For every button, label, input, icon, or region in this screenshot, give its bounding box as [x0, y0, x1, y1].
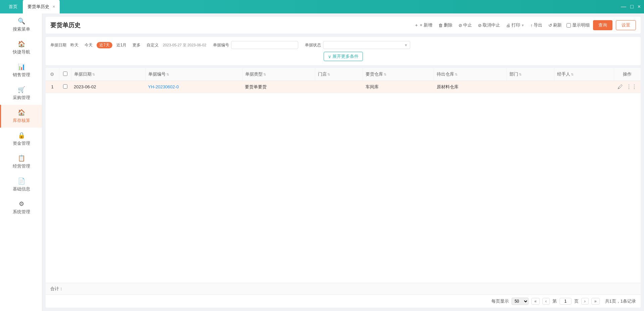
sort-handler-icon: ⇅ — [571, 73, 574, 76]
close-window-icon[interactable]: × — [638, 4, 641, 10]
pagination-summary: 共1页，1条记录 — [605, 298, 636, 304]
doc-status-select-wrapper — [323, 41, 410, 49]
sidebar-item-label: 采购管理 — [13, 95, 30, 101]
per-page-label: 每页显示 — [491, 298, 509, 304]
settings-button[interactable]: 设置 — [616, 20, 636, 30]
prev-page-btn[interactable]: ‹ — [542, 298, 550, 305]
filter-doc-status: 单据状态 — [305, 41, 410, 49]
filter-doc-date: 单据日期 昨天 今天 近7天 近1月 更多 自定义 2023-05-27 至 2… — [50, 42, 206, 48]
th-pending-warehouse: 待出仓库 ⇅ — [434, 68, 507, 81]
sort-pending-warehouse-icon: ⇅ — [455, 73, 458, 76]
select-all-checkbox[interactable] — [63, 72, 67, 76]
refresh-icon: ↺ — [548, 23, 552, 28]
sum-label: 合计： — [50, 286, 63, 292]
date-tab-yesterday[interactable]: 昨天 — [68, 42, 80, 48]
sidebar-item-sales-mgmt[interactable]: 📊 销售管理 — [0, 59, 42, 82]
th-sort-store[interactable]: 门店 ⇅ — [318, 71, 360, 77]
main-layout: 🔍 搜索菜单 🏠 快捷导航 📊 销售管理 🛒 采购管理 🏠 库存核算 🔒 资金管… — [0, 13, 644, 311]
stop-icon: ⊘ — [459, 23, 462, 28]
tab-requisition-history[interactable]: 要货单历史 × — [23, 0, 60, 13]
sidebar-item-basic-info[interactable]: 📄 基础信息 — [0, 173, 42, 196]
per-page-select[interactable]: 50 10 20 100 — [512, 298, 529, 305]
sidebar-item-label: 基础信息 — [13, 186, 30, 192]
td-doc-date: 2023-06-02 — [71, 81, 145, 93]
finance-mgmt-icon: 🔒 — [18, 132, 25, 139]
th-doc-date: 单据日期 ⇅ — [71, 68, 145, 81]
th-sort-req-warehouse[interactable]: 要货仓库 ⇅ — [366, 71, 431, 77]
th-handler: 经手人 ⇅ — [554, 68, 614, 81]
td-department — [507, 81, 554, 93]
top-bar-right: — □ × — [621, 4, 641, 10]
row-edit-icon[interactable]: 🖊 — [618, 84, 623, 90]
sidebar-item-purchase-mgmt[interactable]: 🛒 采购管理 — [0, 82, 42, 105]
th-sort-doc-number[interactable]: 单据编号 ⇅ — [148, 71, 239, 77]
doc-number-input[interactable] — [231, 41, 298, 49]
inventory-icon: 🏠 — [18, 109, 25, 116]
sidebar-item-label: 搜索菜单 — [13, 26, 30, 32]
table-settings-icon[interactable]: ⚙ — [50, 72, 54, 77]
sidebar-item-system-mgmt[interactable]: ⚙ 系统管理 — [0, 196, 42, 219]
date-tab-last1month[interactable]: 近1月 — [114, 42, 129, 48]
tab-home[interactable]: 首页 — [3, 0, 23, 13]
stop-button[interactable]: ⊘ 中止 — [457, 21, 473, 29]
date-tab-custom[interactable]: 自定义 — [145, 42, 161, 48]
th-sort-doc-type[interactable]: 单据类型 ⇅ — [245, 71, 312, 77]
date-tab-today[interactable]: 今天 — [83, 42, 95, 48]
td-doc-number: YH-20230602-0 — [145, 81, 242, 93]
delete-button[interactable]: 🗑 🗑 删除 删除 — [437, 21, 454, 29]
sidebar-item-search-menu[interactable]: 🔍 搜索菜单 — [0, 13, 42, 36]
date-tab-last7days[interactable]: 近7天 — [97, 42, 112, 48]
doc-status-select[interactable] — [323, 41, 410, 49]
table-footer-sum: 合计： — [46, 283, 641, 295]
sort-doc-type-icon: ⇅ — [263, 73, 266, 76]
table-row: 1 2023-06-02 YH-20230602-0 要货单要货 车间 — [46, 81, 641, 93]
td-req-warehouse: 车间库 — [363, 81, 434, 93]
last-page-btn[interactable]: » — [591, 298, 600, 305]
show-detail-checkbox[interactable]: 显示明细 — [567, 22, 590, 28]
export-icon: ↑ — [531, 23, 533, 28]
th-sort-doc-date[interactable]: 单据日期 ⇅ — [74, 71, 143, 77]
date-tab-more[interactable]: 更多 — [130, 42, 143, 48]
sort-doc-date-icon: ⇅ — [92, 73, 95, 76]
td-handler — [554, 81, 614, 93]
system-mgmt-icon: ⚙ — [19, 200, 24, 208]
toolbar: ＋ + 新增 🗑 🗑 删除 删除 ⊘ 中止 ⊘ 取消中止 🖨 — [413, 20, 636, 30]
date-tabs: 昨天 今天 近7天 近1月 更多 自定义 — [68, 42, 161, 48]
sidebar-item-inventory[interactable]: 🏠 库存核算 — [0, 105, 42, 128]
filter-area: 单据日期 昨天 今天 近7天 近1月 更多 自定义 2023-05-27 至 2… — [46, 37, 641, 65]
add-button[interactable]: ＋ + 新增 — [413, 21, 433, 29]
row-more-icon[interactable]: ⋮⋮ — [626, 84, 637, 90]
date-range-text: 2023-05-27 至 2023-06-02 — [163, 43, 206, 48]
query-button[interactable]: 查询 — [593, 20, 612, 30]
table-header-row: ⚙ 单据日期 ⇅ — [46, 68, 641, 81]
doc-number-link[interactable]: YH-20230602-0 — [148, 84, 179, 89]
sidebar-item-finance-mgmt[interactable]: 🔒 资金管理 — [0, 128, 42, 150]
show-detail-input[interactable] — [567, 23, 571, 28]
top-bar: 首页 要货单历史 × — □ × — [0, 0, 644, 13]
delete-icon: 🗑 — [438, 23, 443, 28]
expand-more-btn[interactable]: ∨ 展开更多条件 — [324, 52, 363, 61]
pagination-bar: 每页显示 50 10 20 100 « ‹ 第 页 › » 共1页，1条记录 — [46, 295, 641, 308]
cancel-stop-button[interactable]: ⊘ 取消中止 — [477, 21, 501, 29]
page-number-input[interactable] — [559, 298, 572, 305]
minimize-icon[interactable]: — — [621, 4, 626, 10]
refresh-button[interactable]: ↺ 刷新 — [547, 21, 563, 29]
th-department: 部门 ⇅ — [507, 68, 554, 81]
purchase-mgmt-icon: 🛒 — [18, 86, 25, 93]
sidebar-item-operation-mgmt[interactable]: 📋 经营管理 — [0, 150, 42, 173]
th-sort-department[interactable]: 部门 ⇅ — [509, 71, 551, 77]
td-pending-warehouse: 原材料仓库 — [434, 81, 507, 93]
th-sort-handler[interactable]: 经手人 ⇅ — [557, 71, 611, 77]
export-button[interactable]: ↑ 导出 — [529, 21, 544, 29]
expand-icon: ∨ — [328, 54, 331, 59]
sidebar-item-quick-nav[interactable]: 🏠 快捷导航 — [0, 36, 42, 59]
first-page-btn[interactable]: « — [531, 298, 540, 305]
print-button[interactable]: 🖨 打印 ▼ — [505, 21, 526, 29]
row-checkbox[interactable] — [63, 84, 67, 89]
expand-row: ∨ 展开更多条件 — [50, 52, 636, 61]
th-sort-pending-warehouse[interactable]: 待出仓库 ⇅ — [437, 71, 504, 77]
maximize-icon[interactable]: □ — [630, 4, 634, 10]
tab-close-icon[interactable]: × — [53, 4, 55, 9]
td-store — [315, 81, 363, 93]
next-page-btn[interactable]: › — [581, 298, 589, 305]
